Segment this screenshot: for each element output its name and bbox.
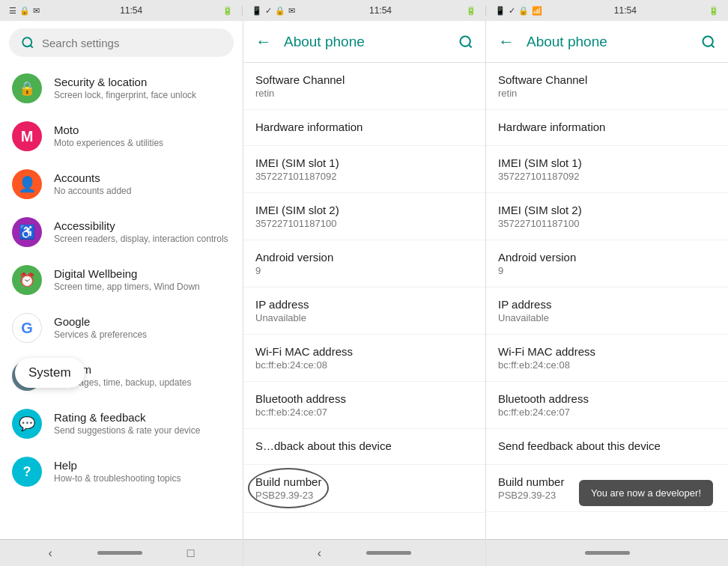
about-item-value-imei1-2: 357227101187092 — [498, 171, 716, 182]
about-item-android-2[interactable]: Android version 9 — [486, 240, 728, 287]
about-item-imei1-2[interactable]: IMEI (SIM slot 1) 357227101187092 — [486, 146, 728, 193]
moto-subtitle: Moto experiences & utilities — [54, 138, 231, 150]
about-item-build-1[interactable]: Build number PSB29.39-23 — [243, 465, 485, 513]
status-time-3: 11:54 — [614, 5, 637, 16]
about-item-title-bt1: Bluetooth address — [255, 392, 473, 405]
status-icons-left-3: 📱 ✓ 🔒 📶 — [495, 6, 542, 16]
about-item-feedback-2[interactable]: Send feedback about this device — [486, 429, 728, 465]
settings-item-digital-wellbeing[interactable]: ⏰ Digital Wellbeing Screen time, app tim… — [0, 256, 243, 304]
about-content-1: Software Channel retin Hardware informat… — [243, 63, 485, 539]
about-item-android-1[interactable]: Android version 9 — [243, 240, 485, 287]
recent-btn-left[interactable]: □ — [187, 547, 195, 560]
back-btn-p1[interactable]: ‹ — [318, 547, 321, 560]
svg-line-5 — [712, 44, 715, 47]
about-panel-1: ← About phone Software Channel retin Har… — [243, 21, 486, 566]
about-content-2: Software Channel retin Hardware informat… — [486, 63, 728, 539]
accessibility-icon: ♿ — [12, 217, 42, 247]
search-icon — [21, 36, 34, 49]
about-item-value-imei1: 357227101187092 — [255, 171, 473, 182]
settings-item-accounts[interactable]: 👤 Accounts No accounts added — [0, 160, 243, 208]
help-title: Help — [54, 458, 231, 473]
about-item-title-sc1: Software Channel — [255, 73, 473, 86]
build-number-circle-overlay — [248, 468, 329, 508]
about-panels: ← About phone Software Channel retin Har… — [243, 21, 728, 566]
about-item-title-sc2: Software Channel — [498, 73, 716, 86]
about-item-title-android1: Android version — [255, 251, 473, 264]
settings-item-moto[interactable]: M Moto Moto experiences & utilities — [0, 112, 243, 160]
security-icon: 🔒 — [12, 73, 42, 103]
search-input[interactable] — [42, 37, 222, 49]
about-item-value-sc1: retin — [255, 88, 473, 99]
back-arrow-2[interactable]: ← — [498, 32, 515, 52]
battery-icon-3: 🔋 — [709, 6, 719, 16]
toast-developer: You are now a developer! — [579, 480, 713, 506]
about-item-hardware-2[interactable]: Hardware information — [486, 110, 728, 146]
about-item-feedback-1[interactable]: S…dback about this device — [243, 429, 485, 465]
google-g-letter: G — [21, 320, 33, 337]
home-pill-left[interactable] — [97, 551, 142, 555]
about-item-title-fb1: S…dback about this device — [255, 439, 473, 452]
about-item-value-sc2: retin — [498, 88, 716, 99]
rating-icon: 💬 — [12, 409, 42, 439]
home-pill-p2[interactable] — [585, 551, 630, 555]
rating-text: Rating & feedback Send suggestions & rat… — [54, 410, 231, 437]
about-item-value-bt1: bc:ff:eb:24:ce:07 — [255, 407, 473, 418]
settings-item-system[interactable]: ℹ System Languages, time, backup, update… — [0, 352, 243, 400]
about-item-bluetooth-1[interactable]: Bluetooth address bc:ff:eb:24:ce:07 — [243, 382, 485, 429]
digital-wellbeing-title: Digital Wellbeing — [54, 267, 231, 282]
about-item-bluetooth-2[interactable]: Bluetooth address bc:ff:eb:24:ce:07 — [486, 382, 728, 429]
lock-icon-3: 🔒 — [518, 6, 529, 16]
about-item-hardware-1[interactable]: Hardware information — [243, 110, 485, 146]
about-item-value-build1: PSB29.39-23 — [255, 490, 321, 501]
about-item-title-imei1-2: IMEI (SIM slot 1) — [498, 156, 716, 169]
settings-item-accessibility[interactable]: ♿ Accessibility Screen readers, display,… — [0, 208, 243, 256]
rating-title: Rating & feedback — [54, 410, 231, 425]
about-item-software-channel-2[interactable]: Software Channel retin — [486, 63, 728, 110]
lock-icon-2: 🔒 — [275, 6, 285, 16]
about-item-imei2-2[interactable]: IMEI (SIM slot 2) 357227101187100 — [486, 193, 728, 240]
settings-item-rating[interactable]: 💬 Rating & feedback Send suggestions & r… — [0, 400, 243, 448]
accounts-text: Accounts No accounts added — [54, 171, 231, 198]
about-item-ip-2[interactable]: IP address Unavailable — [486, 287, 728, 335]
moto-text: Moto Moto experiences & utilities — [54, 123, 231, 150]
check-icon-2: ✓ — [265, 6, 272, 16]
search-icon-about-1[interactable] — [458, 34, 473, 49]
search-icon-about-2[interactable] — [701, 34, 716, 49]
security-subtitle: Screen lock, fingerprint, face unlock — [54, 90, 231, 102]
back-btn-left[interactable]: ‹ — [49, 547, 52, 560]
about-item-title-imei2: IMEI (SIM slot 2) — [255, 204, 473, 216]
svg-point-0 — [22, 37, 31, 46]
about-item-wifi-2[interactable]: Wi-Fi MAC address bc:ff:eb:24:ce:08 — [486, 335, 728, 382]
about-item-title-fb2: Send feedback about this device — [498, 439, 716, 452]
status-section-2: 📱 ✓ 🔒 ✉ 11:54 🔋 — [243, 5, 485, 16]
rating-subtitle: Send suggestions & rate your device — [54, 425, 231, 437]
status-icons-left-2: 📱 ✓ 🔒 ✉ — [252, 6, 295, 16]
about-item-wifi-1[interactable]: Wi-Fi MAC address bc:ff:eb:24:ce:08 — [243, 335, 485, 382]
settings-item-help[interactable]: ? Help How-to & troubleshooting topics — [0, 448, 243, 496]
signal-icon-3: 📱 — [495, 6, 506, 16]
svg-line-3 — [469, 44, 472, 47]
about-item-title-ip2: IP address — [498, 298, 716, 311]
about-item-title-hw1: Hardware information — [255, 121, 473, 133]
message-icon: ✉ — [33, 6, 40, 16]
back-arrow-1[interactable]: ← — [255, 32, 272, 52]
about-item-value-ip2: Unavailable — [498, 312, 716, 323]
about-item-software-channel-1[interactable]: Software Channel retin — [243, 63, 485, 110]
hamburger-icon: ☰ — [9, 6, 16, 16]
about-item-imei1-1[interactable]: IMEI (SIM slot 1) 357227101187092 — [243, 146, 485, 193]
about-item-imei2-1[interactable]: IMEI (SIM slot 2) 357227101187100 — [243, 193, 485, 240]
search-bar[interactable] — [9, 28, 234, 57]
about-item-title-ip1: IP address — [255, 298, 473, 311]
about-header-1: ← About phone — [243, 21, 485, 63]
about-item-value-wifi1: bc:ff:eb:24:ce:08 — [255, 359, 473, 371]
home-pill-p1[interactable] — [366, 551, 411, 555]
about-header-2: ← About phone — [486, 21, 728, 63]
about-item-value-bt2: bc:ff:eb:24:ce:07 — [498, 407, 716, 418]
settings-item-security[interactable]: 🔒 Security & location Screen lock, finge… — [0, 64, 243, 112]
about-item-value-ip1: Unavailable — [255, 312, 473, 323]
about-item-ip-1[interactable]: IP address Unavailable — [243, 287, 485, 335]
settings-list: 🔒 Security & location Screen lock, finge… — [0, 64, 243, 539]
settings-item-google[interactable]: G Google Services & preferences — [0, 304, 243, 352]
about-item-title-imei2-2: IMEI (SIM slot 2) — [498, 204, 716, 216]
settings-panel: 🔒 Security & location Screen lock, finge… — [0, 21, 243, 566]
